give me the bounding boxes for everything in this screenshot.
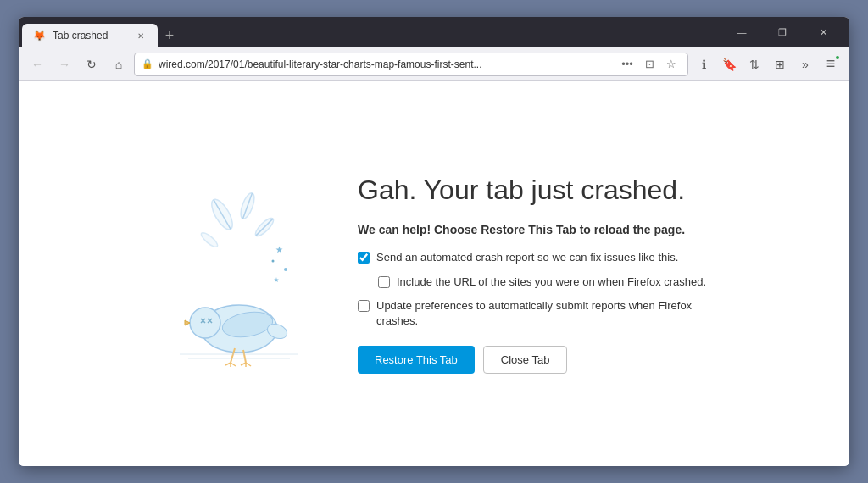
svg-line-22 [225, 363, 231, 365]
include-url-checkbox[interactable] [378, 276, 390, 288]
tab-close-button[interactable]: ✕ [134, 29, 147, 42]
svg-marker-13 [185, 320, 190, 325]
nav-bar: ← → ↻ ⌂ 🔒 wired.com/2017/01/beautiful-li… [19, 47, 849, 81]
include-url-label: Include the URL of the sites you were on… [397, 275, 706, 290]
tab-title: Tab crashed [53, 30, 127, 42]
new-tab-button[interactable]: + [158, 24, 181, 47]
open-tabs-button[interactable]: ⊞ [768, 53, 792, 76]
checkbox-row-2: Include the URL of the sites you were on… [378, 275, 714, 290]
restore-tab-button[interactable]: Restore This Tab [358, 346, 475, 374]
security-lock-icon: 🔒 [142, 58, 153, 69]
identity-button[interactable]: ℹ [692, 53, 715, 76]
reload-button[interactable]: ↻ [80, 53, 103, 76]
svg-point-6 [199, 230, 220, 249]
crash-container: Gah. Your tab just crashed. We can help!… [95, 157, 773, 391]
svg-point-9 [284, 268, 287, 271]
minimize-button[interactable]: — [722, 17, 761, 47]
send-report-label: Send an automated crash report so we can… [376, 250, 678, 265]
close-tab-button[interactable]: Close Tab [483, 346, 568, 374]
maximize-button[interactable]: ❐ [763, 17, 802, 47]
browser-window: 🦊 Tab crashed ✕ + — ❐ ✕ ← → ↻ ⌂ 🔒 wired.… [19, 17, 849, 466]
svg-point-10 [272, 259, 275, 262]
crash-illustration [154, 180, 324, 367]
home-button[interactable]: ⌂ [107, 53, 131, 76]
action-buttons: Restore This Tab Close Tab [358, 346, 714, 374]
more-tools-button[interactable]: » [793, 53, 817, 76]
auto-submit-label: Update preferences to automatically subm… [376, 298, 714, 329]
title-bar: 🦊 Tab crashed ✕ + — ❐ ✕ [19, 17, 849, 47]
crash-subtitle: We can help! Choose Restore This Tab to … [358, 223, 714, 236]
nav-right-buttons: ℹ 🔖 ⇅ ⊞ » ≡ [692, 53, 843, 76]
crash-title: Gah. Your tab just crashed. [358, 174, 714, 206]
checkbox-row-3: Update preferences to automatically subm… [358, 298, 714, 329]
close-button[interactable]: ✕ [804, 17, 843, 47]
forward-button[interactable]: → [53, 53, 76, 76]
tab-favicon-icon: 🦊 [32, 29, 46, 42]
tab-strip: 🦊 Tab crashed ✕ + [19, 17, 715, 47]
checkbox-row-1: Send an automated crash report so we can… [358, 250, 714, 265]
back-button[interactable]: ← [25, 53, 49, 76]
svg-marker-8 [274, 277, 279, 282]
pocket-icon[interactable]: ⊡ [640, 55, 659, 74]
svg-line-24 [231, 363, 236, 366]
bookmarks-button[interactable]: 🔖 [717, 53, 741, 76]
page-content: Gah. Your tab just crashed. We can help!… [19, 81, 849, 466]
update-badge [834, 54, 841, 61]
send-report-checkbox[interactable] [358, 252, 370, 264]
svg-marker-7 [276, 246, 283, 253]
crash-content: Gah. Your tab just crashed. We can help!… [358, 174, 714, 374]
url-text: wired.com/2017/01/beautiful-literary-sta… [159, 58, 613, 70]
address-bar[interactable]: 🔒 wired.com/2017/01/beautiful-literary-s… [134, 53, 688, 76]
browser-tab[interactable]: 🦊 Tab crashed ✕ [22, 24, 158, 47]
bookmark-star-icon[interactable]: ☆ [662, 55, 681, 74]
address-actions: ••• ⊡ ☆ [618, 55, 681, 74]
more-options-icon[interactable]: ••• [618, 55, 637, 74]
svg-line-25 [241, 363, 246, 365]
svg-line-27 [246, 363, 251, 366]
synced-tabs-button[interactable]: ⇅ [743, 53, 766, 76]
auto-submit-checkbox[interactable] [358, 300, 370, 312]
window-controls: — ❐ ✕ [715, 17, 849, 47]
menu-button[interactable]: ≡ [819, 53, 843, 76]
